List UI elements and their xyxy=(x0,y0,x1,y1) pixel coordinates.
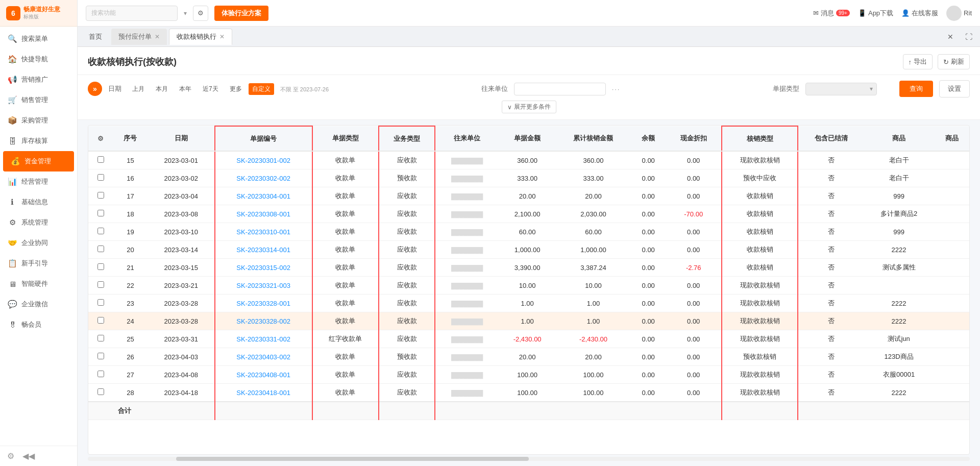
voucher-no-link[interactable]: SK-20230321-003 xyxy=(236,282,290,289)
row-checkbox[interactable] xyxy=(97,388,104,395)
sidebar-item-marketing[interactable]: 📢营销推广 xyxy=(0,69,77,90)
row-checkbox[interactable] xyxy=(97,335,104,341)
cell-product2 xyxy=(934,277,969,295)
messages-btn[interactable]: ✉ 消息 99+ xyxy=(813,9,850,18)
cell-voucher-no: SK-20230328-001 xyxy=(215,295,312,312)
cell-checkbox[interactable] xyxy=(88,169,113,187)
col-header-settings[interactable]: ⚙ xyxy=(88,126,113,151)
table-row: 15 2023-03-01 SK-20230301-002 收款单 应收款 ██… xyxy=(88,151,969,169)
industry-solution-btn[interactable]: 体验行业方案 xyxy=(214,6,268,21)
cell-checkbox[interactable] xyxy=(88,259,113,277)
row-checkbox[interactable] xyxy=(97,228,104,234)
voucher-no-link[interactable]: SK-20230331-002 xyxy=(236,335,290,343)
cell-checkbox[interactable] xyxy=(88,187,113,205)
sidebar-item-sales[interactable]: 🛒销售管理 xyxy=(0,90,77,110)
topbar-dropdown-icon[interactable]: ▾ xyxy=(184,10,187,17)
app-download-btn[interactable]: 📱 App下载 xyxy=(858,9,893,18)
tab-prepay[interactable]: 预付应付单 ✕ xyxy=(111,29,167,45)
voucher-no-link[interactable]: SK-20230310-001 xyxy=(236,228,290,236)
filter-settings-btn[interactable]: 设置 xyxy=(939,80,970,97)
row-checkbox[interactable] xyxy=(97,192,104,199)
voucher-no-link[interactable]: SK-20230408-001 xyxy=(236,371,290,379)
voucher-no-link[interactable]: SK-20230304-001 xyxy=(236,192,290,200)
row-checkbox[interactable] xyxy=(97,281,104,288)
query-btn[interactable]: 查询 xyxy=(899,81,933,97)
row-checkbox[interactable] xyxy=(97,246,104,252)
sidebar-item-finance[interactable]: 💰资金管理 xyxy=(3,151,74,171)
tab-close-all-btn[interactable]: ✕ xyxy=(943,30,958,44)
voucher-no-link[interactable]: SK-20230403-002 xyxy=(236,353,290,361)
sidebar-item-quick-nav[interactable]: 🏠快捷导航 xyxy=(0,49,77,69)
export-btn[interactable]: ↑ 导出 xyxy=(903,54,933,69)
col-settings-icon[interactable]: ⚙ xyxy=(93,131,108,145)
cell-checkbox[interactable] xyxy=(88,205,113,223)
sidebar-item-member[interactable]: 🎖畅会员 xyxy=(0,314,77,335)
filter-date-prev-month[interactable]: 上月 xyxy=(128,83,149,95)
table-wrap[interactable]: ⚙ 序号 日期 单据编号 单据类型 业务类型 往来单位 单据金额 累计核销金额 … xyxy=(88,125,970,455)
sidebar-item-search[interactable]: 🔍搜索菜单 xyxy=(0,29,77,49)
sidebar-item-hardware[interactable]: 🖥智能硬件 xyxy=(0,274,77,294)
cell-product: 衣服00001 xyxy=(864,366,934,384)
user-name-area[interactable]: Rit xyxy=(946,6,972,21)
cell-checkbox[interactable] xyxy=(88,151,113,169)
topbar-gear-btn[interactable]: ⚙ xyxy=(193,6,208,21)
table-horizontal-scrollbar[interactable] xyxy=(88,457,970,461)
row-checkbox[interactable] xyxy=(97,156,104,163)
row-checkbox[interactable] xyxy=(97,263,104,270)
row-checkbox[interactable] xyxy=(97,174,104,181)
tab-prepay-close[interactable]: ✕ xyxy=(155,33,160,40)
cell-writeoff-type: 收款核销 xyxy=(722,259,798,277)
voucher-no-link[interactable]: SK-20230301-002 xyxy=(236,157,290,164)
cell-writeoff-type: 现款收款核销 xyxy=(722,295,798,312)
cell-checkbox[interactable] xyxy=(88,312,113,330)
voucher-no-link[interactable]: SK-20230418-001 xyxy=(236,389,290,397)
tab-receipt-exec-close[interactable]: ✕ xyxy=(219,33,225,40)
sidebar-item-wechat[interactable]: 💬企业微信 xyxy=(0,294,77,314)
cell-seq: 27 xyxy=(113,366,148,384)
voucher-no-link[interactable]: SK-20230328-002 xyxy=(236,317,290,325)
filter-date-cur-month[interactable]: 本月 xyxy=(151,83,173,95)
cell-checkbox[interactable] xyxy=(88,348,113,366)
sidebar-item-corp[interactable]: 🤝企业协同 xyxy=(0,233,77,253)
voucher-no-link[interactable]: SK-20230308-001 xyxy=(236,210,290,218)
voucher-no-link[interactable]: SK-20230328-001 xyxy=(236,300,290,307)
filter-unit-input[interactable] xyxy=(514,83,606,95)
cell-checkbox[interactable] xyxy=(88,223,113,241)
tab-expand-btn[interactable]: ⛶ xyxy=(962,30,976,44)
refresh-btn[interactable]: ↻ 刷新 xyxy=(938,54,970,69)
row-checkbox[interactable] xyxy=(97,371,104,377)
row-checkbox[interactable] xyxy=(97,353,104,359)
row-checkbox[interactable] xyxy=(97,210,104,216)
settings-bottom-icon[interactable]: ⚙ xyxy=(7,451,14,461)
voucher-no-link[interactable]: SK-20230315-002 xyxy=(236,264,290,272)
sidebar-item-operation[interactable]: 📊经营管理 xyxy=(0,171,77,192)
cell-checkbox[interactable] xyxy=(88,241,113,259)
tab-receipt-exec[interactable]: 收款核销执行 ✕ xyxy=(169,29,232,45)
tab-home[interactable]: 首页 xyxy=(82,29,109,45)
expand-more-conditions-btn[interactable]: ∨ 展开更多条件 xyxy=(502,101,556,113)
filter-date-custom[interactable]: 自定义 xyxy=(249,83,274,95)
cell-checkbox[interactable] xyxy=(88,277,113,295)
row-checkbox[interactable] xyxy=(97,317,104,324)
cell-checkbox[interactable] xyxy=(88,366,113,384)
cell-product2 xyxy=(934,205,969,223)
online-service-btn[interactable]: 👤 在线客服 xyxy=(901,9,938,18)
sidebar-item-basic[interactable]: ℹ基础信息 xyxy=(0,192,77,212)
cell-checkbox[interactable] xyxy=(88,384,113,402)
filter-voucher-type-select[interactable] xyxy=(805,83,877,95)
filter-date-7days[interactable]: 近7天 xyxy=(198,83,223,95)
sidebar-item-system[interactable]: ⚙系统管理 xyxy=(0,212,77,233)
cell-checkbox[interactable] xyxy=(88,330,113,348)
collapse-icon[interactable]: ◀◀ xyxy=(22,451,35,461)
cell-checkbox[interactable] xyxy=(88,295,113,312)
filter-expand-btn[interactable]: » xyxy=(88,82,102,96)
filter-date-cur-year[interactable]: 本年 xyxy=(175,83,196,95)
filter-date-more[interactable]: 更多 xyxy=(225,83,247,95)
scrollbar-thumb[interactable] xyxy=(176,457,529,461)
sidebar-item-guide[interactable]: 📋新手引导 xyxy=(0,253,77,274)
voucher-no-link[interactable]: SK-20230314-001 xyxy=(236,246,290,254)
row-checkbox[interactable] xyxy=(97,299,104,306)
voucher-no-link[interactable]: SK-20230302-002 xyxy=(236,175,290,182)
sidebar-item-inventory[interactable]: 🗄库存核算 xyxy=(0,131,77,151)
sidebar-item-purchase[interactable]: 📦采购管理 xyxy=(0,110,77,131)
